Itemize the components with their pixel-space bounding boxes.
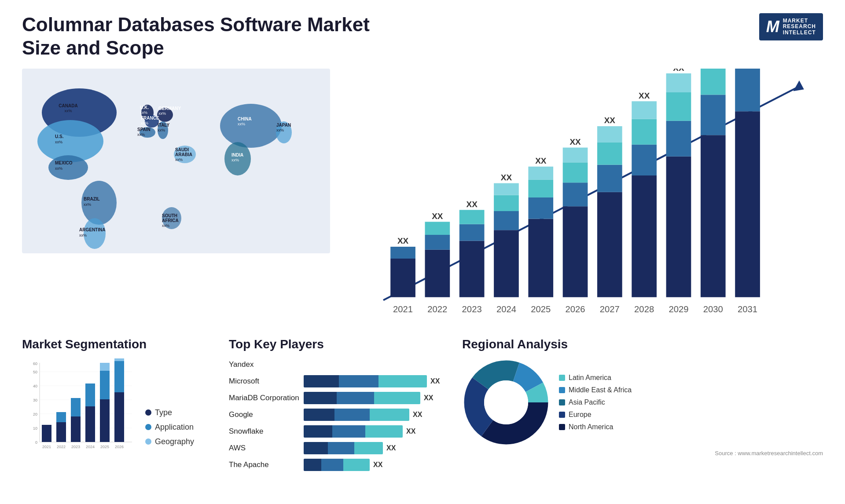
header-row: Columnar Databases Software Market Size … [22, 13, 823, 60]
player-name-apache: The Apache [229, 460, 299, 469]
player-bar-wrap-mariadb: XX [304, 392, 449, 404]
svg-rect-51 [390, 247, 415, 259]
svg-rect-53 [425, 249, 450, 297]
legend-asia-pacific: Asia Pacific [559, 398, 632, 406]
svg-rect-125 [56, 422, 66, 442]
growth-chart: XX XX XX XX [348, 69, 823, 320]
player-row-google: Google XX [229, 409, 449, 421]
segmentation-legend: Type Application Geography [145, 408, 194, 455]
color-north-america [559, 424, 565, 430]
svg-rect-83 [632, 119, 657, 144]
logo-text: MARKET RESEARCH INTELLECT [783, 18, 816, 36]
player-row-yandex: Yandex [229, 358, 449, 371]
svg-text:xx%: xx% [141, 121, 148, 125]
player-bar-microsoft [304, 375, 427, 387]
svg-rect-72 [563, 183, 588, 206]
growth-chart-svg: XX XX XX XX [348, 69, 823, 318]
player-name-aws: AWS [229, 444, 299, 453]
legend-label-type: Type [155, 408, 172, 417]
key-players-area: Top Key Players Yandex Microsoft [229, 337, 449, 471]
bar-seg1 [304, 425, 332, 438]
svg-rect-86 [666, 156, 691, 297]
svg-text:2024: 2024 [86, 445, 95, 449]
seg-chart-wrapper: 0 10 20 30 40 50 60 [22, 358, 216, 455]
svg-text:30: 30 [33, 398, 37, 402]
player-row-snowflake: Snowflake XX [229, 425, 449, 438]
label-europe: Europe [569, 411, 592, 419]
page-container: Columnar Databases Software Market Size … [0, 0, 845, 504]
svg-text:2024: 2024 [496, 304, 516, 314]
svg-text:2022: 2022 [427, 304, 447, 314]
svg-text:XX: XX [639, 91, 650, 100]
player-name-microsoft: Microsoft [229, 377, 299, 386]
player-bar-aws [304, 442, 383, 454]
svg-text:xx%: xx% [79, 233, 87, 237]
legend-item-type: Type [145, 408, 194, 417]
svg-text:XX: XX [397, 236, 409, 245]
bar-seg1 [304, 392, 337, 404]
color-europe [559, 412, 565, 418]
bar-seg3 [365, 425, 403, 438]
segmentation-chart-svg: 0 10 20 30 40 50 60 [22, 358, 136, 455]
donut-area: Latin America Middle East & Africa Asia … [462, 358, 823, 446]
svg-rect-133 [100, 363, 110, 371]
legend-europe: Europe [559, 411, 632, 419]
key-players-title: Top Key Players [229, 337, 449, 351]
donut-chart-svg [462, 358, 550, 446]
svg-text:2026: 2026 [115, 445, 124, 449]
color-asia-pacific [559, 399, 565, 405]
svg-point-5 [84, 218, 106, 249]
player-name-yandex: Yandex [229, 360, 299, 369]
svg-rect-66 [528, 219, 553, 297]
legend-middle-east-africa: Middle East & Africa [559, 386, 632, 394]
svg-rect-88 [666, 92, 691, 121]
legend-latin-america: Latin America [559, 374, 632, 382]
svg-rect-61 [494, 230, 519, 297]
svg-rect-81 [632, 175, 657, 297]
svg-text:xx%: xx% [158, 111, 166, 116]
world-map-svg: CANADA xx% U.S. xx% MEXICO xx% BRAZIL xx… [22, 69, 330, 253]
player-bar-wrap-yandex [304, 358, 449, 371]
svg-text:SOUTH: SOUTH [162, 213, 177, 218]
svg-text:2030: 2030 [703, 304, 723, 314]
svg-rect-91 [701, 135, 726, 297]
bar-seg3 [354, 442, 383, 454]
svg-rect-54 [425, 235, 450, 250]
legend-dot-application [145, 424, 151, 430]
regional-area: Regional Analysis [462, 337, 823, 471]
svg-rect-67 [528, 197, 553, 219]
bar-seg1 [304, 442, 328, 454]
svg-rect-93 [701, 69, 726, 95]
svg-rect-68 [528, 179, 553, 197]
svg-text:XX: XX [535, 156, 547, 165]
svg-text:XX: XX [432, 211, 443, 220]
bar-seg2 [334, 409, 370, 421]
svg-text:2023: 2023 [462, 304, 482, 314]
svg-text:XX: XX [604, 116, 616, 125]
svg-text:20: 20 [33, 412, 37, 416]
svg-rect-78 [597, 142, 622, 164]
svg-rect-57 [459, 241, 485, 297]
legend-item-geography: Geography [145, 437, 194, 446]
legend-item-application: Application [145, 423, 194, 432]
svg-text:2021: 2021 [42, 445, 51, 449]
bar-seg3 [370, 409, 409, 421]
svg-text:2026: 2026 [566, 304, 585, 314]
svg-text:xx%: xx% [238, 122, 245, 126]
player-bar-mariadb [304, 392, 420, 404]
svg-text:ARGENTINA: ARGENTINA [79, 227, 105, 232]
legend-label-application: Application [155, 423, 194, 432]
svg-text:U.K.: U.K. [140, 105, 149, 110]
source-text: Source : www.marketresearchintellect.com [462, 450, 823, 457]
svg-text:0: 0 [35, 440, 37, 445]
svg-rect-77 [597, 164, 622, 192]
svg-rect-92 [701, 95, 726, 135]
svg-point-13 [220, 104, 282, 148]
svg-text:xx%: xx% [137, 132, 145, 137]
donut-legend: Latin America Middle East & Africa Asia … [559, 374, 632, 431]
svg-rect-96 [735, 69, 760, 111]
player-xx-aws: XX [386, 444, 396, 452]
svg-text:2022: 2022 [57, 445, 66, 449]
svg-rect-95 [735, 111, 760, 297]
player-xx-apache: XX [373, 461, 382, 469]
